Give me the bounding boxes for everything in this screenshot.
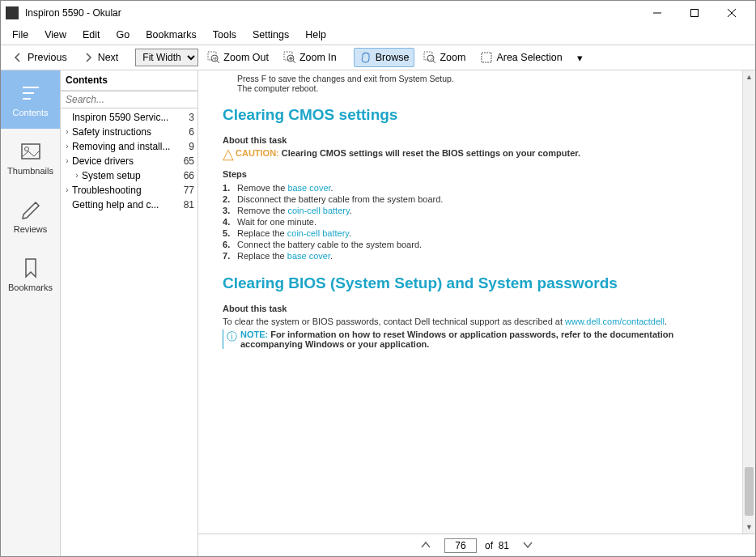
menu-bookmarks[interactable]: Bookmarks	[138, 28, 205, 42]
search-input[interactable]	[61, 91, 197, 108]
steps-list: Remove the base cover.Disconnect the bat…	[223, 182, 724, 261]
menu-settings[interactable]: Settings	[244, 28, 297, 42]
expand-icon[interactable]: ›	[62, 140, 72, 153]
contactdell-link[interactable]: www.dell.com/contactdell	[565, 317, 665, 326]
document-area: Press F to save the changes and exit fro…	[198, 70, 755, 556]
expand-icon[interactable]: ›	[62, 125, 72, 138]
zoom-in-label: Zoom In	[299, 52, 337, 63]
toc-item[interactable]: Inspiron 5590 Servic...3	[61, 110, 197, 125]
close-button[interactable]	[713, 1, 750, 25]
note-text: For information on how to reset Windows …	[240, 330, 673, 349]
zoom-tool-button[interactable]: Zoom	[418, 48, 471, 67]
zoom-in-button[interactable]: Zoom In	[278, 48, 342, 67]
scroll-up-arrow[interactable]: ▲	[743, 70, 755, 83]
contents-panel: Contents Inspiron 5590 Servic...3›Safety…	[61, 70, 198, 556]
zoom-fit-select[interactable]: Fit Width	[135, 49, 198, 66]
toc-item[interactable]: ›Device drivers65	[61, 154, 197, 168]
step-item: Replace the base cover.	[223, 250, 724, 261]
page-navigator: of 81	[198, 534, 755, 556]
doc-fragment-top: Press F to save the changes and exit fro…	[223, 74, 724, 93]
heading-bios: Clearing BIOS (System Setup) and System …	[223, 274, 724, 292]
expand-icon[interactable]: ›	[62, 155, 72, 168]
toc-item-label: Safety instructions	[72, 125, 176, 138]
menu-help[interactable]: Help	[297, 28, 334, 42]
rail-reviews[interactable]: Reviews	[1, 187, 60, 245]
step-item: Disconnect the battery cable from the sy…	[223, 193, 724, 205]
minimize-button[interactable]	[639, 1, 676, 25]
toc-item-page: 81	[176, 198, 194, 211]
toc-item-label: Troubleshooting	[72, 184, 176, 197]
scroll-down-arrow[interactable]: ▼	[743, 521, 755, 534]
previous-button[interactable]: Previous	[6, 48, 73, 67]
menu-view[interactable]: View	[36, 28, 74, 42]
browse-button[interactable]: Browse	[354, 48, 415, 67]
expand-icon[interactable]: ›	[62, 184, 72, 197]
toc-item-label: System setup	[82, 169, 176, 182]
toc-item-page: 3	[176, 111, 194, 124]
menu-edit[interactable]: Edit	[74, 28, 108, 42]
rail-thumbnails[interactable]: Thumbnails	[1, 129, 60, 187]
menu-tools[interactable]: Tools	[205, 28, 244, 42]
rail-bookmarks-label: Bookmarks	[8, 283, 53, 292]
rail-bookmarks[interactable]: Bookmarks	[1, 245, 60, 304]
svg-line-10	[293, 61, 295, 63]
toc-item[interactable]: Getting help and c...81	[61, 198, 197, 212]
info-icon: ⓘ	[227, 330, 237, 344]
heading-cmos: Clearing CMOS settings	[223, 106, 724, 124]
chevron-left-icon	[11, 51, 24, 64]
toc-item-label: Removing and install...	[72, 140, 176, 153]
page-number-input[interactable]	[444, 538, 477, 553]
steps-label: Steps	[223, 169, 724, 179]
browse-label: Browse	[376, 52, 410, 63]
window-title: Inspiron 5590 - Okular	[25, 7, 639, 19]
zoom-out-icon	[207, 51, 220, 64]
zoom-tool-label: Zoom	[440, 52, 465, 63]
doc-link[interactable]: base cover	[287, 183, 330, 193]
next-button[interactable]: Next	[76, 48, 125, 67]
svg-rect-1	[691, 10, 699, 17]
rail-contents-label: Contents	[12, 108, 48, 117]
toc-item[interactable]: ›Troubleshooting77	[61, 183, 197, 198]
menubar: File View Edit Go Bookmarks Tools Settin…	[1, 25, 755, 45]
caution-label: CAUTION:	[236, 148, 279, 158]
bios-about-label: About this task	[223, 304, 724, 313]
area-selection-button[interactable]: Area Selection	[474, 48, 567, 67]
vertical-scrollbar[interactable]: ▲ ▼	[742, 70, 755, 534]
step-item: Remove the base cover.	[223, 182, 724, 193]
doc-link[interactable]: base cover	[287, 251, 330, 261]
toc-item-page: 77	[176, 184, 194, 197]
doc-link[interactable]: coin-cell battery	[287, 228, 349, 238]
menu-go[interactable]: Go	[108, 28, 138, 42]
rail-contents[interactable]: Contents	[1, 70, 60, 129]
side-rail: Contents Thumbnails Reviews Bookmarks	[1, 70, 61, 556]
toc-item[interactable]: ›System setup66	[61, 168, 197, 183]
toc-item[interactable]: ›Safety instructions6	[61, 125, 197, 139]
zoom-out-button[interactable]: Zoom Out	[202, 48, 274, 67]
svg-line-15	[433, 61, 435, 63]
expand-icon[interactable]: ›	[72, 169, 82, 182]
toc-item-page: 6	[176, 125, 194, 138]
menu-file[interactable]: File	[4, 28, 36, 42]
next-label: Next	[98, 52, 119, 63]
page-down-button[interactable]	[517, 538, 538, 553]
document-page[interactable]: Press F to save the changes and exit fro…	[198, 70, 742, 534]
page-up-button[interactable]	[415, 538, 436, 553]
toc-item-page: 66	[176, 169, 194, 182]
note-box: ⓘ NOTE: For information on how to reset …	[223, 330, 724, 349]
main: Contents Thumbnails Reviews Bookmarks Co…	[1, 70, 755, 556]
rail-thumbnails-label: Thumbnails	[7, 166, 53, 176]
toc-item-label: Getting help and c...	[72, 198, 176, 211]
toolbar: Previous Next Fit Width Zoom Out Zoom In…	[1, 45, 755, 70]
search-box	[61, 91, 197, 108]
caution-box: △ CAUTION: Clearing CMOS settings will r…	[223, 148, 724, 159]
caution-icon: △	[223, 148, 234, 159]
zoom-icon	[423, 51, 436, 64]
scroll-thumb[interactable]	[745, 467, 754, 516]
step-item: Remove the coin-cell battery.	[223, 205, 724, 216]
doc-link[interactable]: coin-cell battery	[287, 206, 349, 215]
area-selection-dropdown[interactable]: ▾	[571, 48, 589, 67]
zoom-in-icon	[283, 51, 296, 64]
toc-item[interactable]: ›Removing and install...9	[61, 139, 197, 154]
step-item: Connect the battery cable to the system …	[223, 239, 724, 250]
maximize-button[interactable]	[676, 1, 713, 25]
